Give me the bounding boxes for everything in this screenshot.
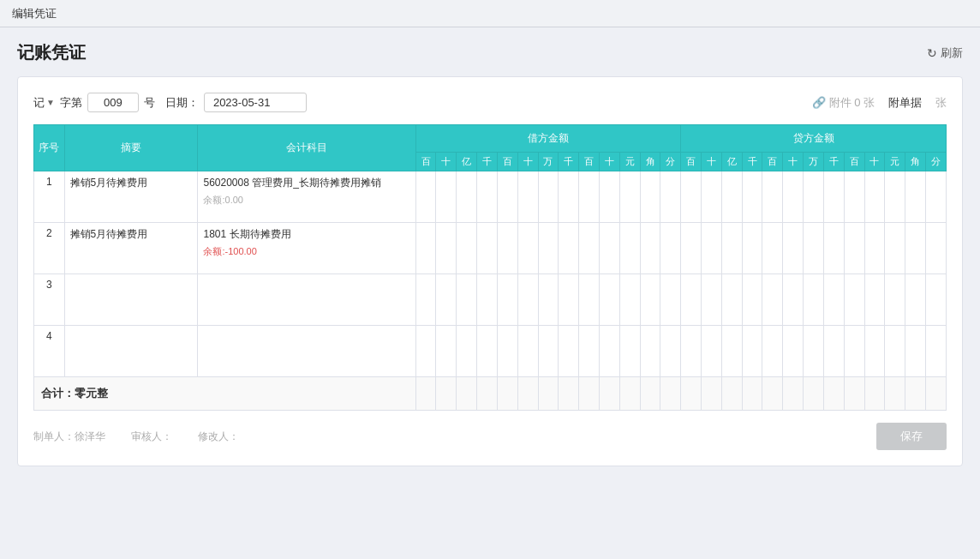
- row-2-credit-11[interactable]: [905, 274, 926, 326]
- row-2-debit-12[interactable]: [660, 274, 681, 326]
- row-0-debit-12[interactable]: [660, 171, 681, 223]
- row-0-credit-6[interactable]: [804, 171, 824, 223]
- row-3-credit-10[interactable]: [885, 326, 905, 377]
- row-2-debit-5[interactable]: [517, 274, 538, 326]
- row-2-debit-8[interactable]: [579, 274, 600, 326]
- row-1-debit-2[interactable]: [457, 223, 477, 274]
- row-2-subject[interactable]: [198, 274, 415, 326]
- row-1-credit-6[interactable]: [804, 223, 824, 274]
- zi-input[interactable]: [87, 93, 139, 112]
- row-0-debit-7[interactable]: [559, 171, 579, 223]
- row-0-credit-12[interactable]: [925, 171, 946, 223]
- row-3-debit-8[interactable]: [579, 326, 600, 377]
- row-0-credit-7[interactable]: [823, 171, 844, 223]
- row-1-credit-8[interactable]: [844, 223, 864, 274]
- row-1-debit-9[interactable]: [599, 223, 619, 274]
- row-1-debit-7[interactable]: [559, 223, 579, 274]
- row-1-debit-11[interactable]: [640, 223, 660, 274]
- row-0-debit-6[interactable]: [538, 171, 559, 223]
- row-3-credit-5[interactable]: [783, 326, 804, 377]
- row-0-credit-8[interactable]: [844, 171, 864, 223]
- row-2-debit-4[interactable]: [497, 274, 517, 326]
- row-3-credit-7[interactable]: [823, 326, 844, 377]
- row-1-credit-0[interactable]: [681, 223, 702, 274]
- row-0-summary[interactable]: 摊销5月待摊费用: [64, 171, 198, 223]
- row-0-subject[interactable]: 56020008 管理费用_长期待摊费用摊销余额:0.00: [198, 171, 415, 223]
- row-3-subject[interactable]: [198, 326, 415, 377]
- row-0-credit-0[interactable]: [681, 171, 702, 223]
- row-3-debit-9[interactable]: [599, 326, 619, 377]
- row-3-credit-12[interactable]: [925, 326, 946, 377]
- row-3-debit-6[interactable]: [538, 326, 559, 377]
- row-0-credit-4[interactable]: [762, 171, 783, 223]
- row-3-debit-1[interactable]: [436, 326, 457, 377]
- row-0-debit-11[interactable]: [640, 171, 660, 223]
- row-0-credit-11[interactable]: [905, 171, 926, 223]
- row-2-debit-3[interactable]: [477, 274, 498, 326]
- row-0-debit-5[interactable]: [517, 171, 538, 223]
- row-3-credit-1[interactable]: [702, 326, 722, 377]
- row-3-debit-7[interactable]: [559, 326, 579, 377]
- row-0-credit-2[interactable]: [721, 171, 742, 223]
- row-2-credit-6[interactable]: [804, 274, 824, 326]
- row-1-debit-8[interactable]: [579, 223, 600, 274]
- row-3-debit-12[interactable]: [660, 326, 681, 377]
- row-0-credit-10[interactable]: [885, 171, 905, 223]
- row-0-credit-9[interactable]: [864, 171, 885, 223]
- row-2-debit-6[interactable]: [538, 274, 559, 326]
- attach-link[interactable]: 🔗 附件 0 张: [812, 95, 875, 111]
- row-2-credit-1[interactable]: [702, 274, 722, 326]
- row-0-debit-4[interactable]: [497, 171, 517, 223]
- row-0-debit-10[interactable]: [619, 171, 640, 223]
- row-2-credit-12[interactable]: [925, 274, 946, 326]
- row-0-debit-8[interactable]: [579, 171, 600, 223]
- row-2-debit-10[interactable]: [619, 274, 640, 326]
- date-input[interactable]: [204, 93, 307, 112]
- refresh-button[interactable]: ↻ 刷新: [927, 45, 963, 61]
- row-3-debit-4[interactable]: [497, 326, 517, 377]
- row-1-credit-7[interactable]: [823, 223, 844, 274]
- row-3-credit-6[interactable]: [804, 326, 824, 377]
- row-3-credit-0[interactable]: [681, 326, 702, 377]
- row-3-debit-2[interactable]: [457, 326, 477, 377]
- row-2-credit-5[interactable]: [783, 274, 804, 326]
- row-2-debit-2[interactable]: [457, 274, 477, 326]
- row-1-debit-5[interactable]: [517, 223, 538, 274]
- row-0-debit-3[interactable]: [477, 171, 498, 223]
- row-2-credit-0[interactable]: [681, 274, 702, 326]
- row-0-debit-9[interactable]: [599, 171, 619, 223]
- row-3-credit-3[interactable]: [742, 326, 762, 377]
- row-1-debit-3[interactable]: [477, 223, 498, 274]
- row-2-credit-10[interactable]: [885, 274, 905, 326]
- row-3-debit-3[interactable]: [477, 326, 498, 377]
- row-2-debit-0[interactable]: [415, 274, 436, 326]
- row-2-summary[interactable]: [64, 274, 198, 326]
- row-1-credit-3[interactable]: [742, 223, 762, 274]
- row-1-credit-2[interactable]: [721, 223, 742, 274]
- row-0-credit-1[interactable]: [702, 171, 722, 223]
- row-2-credit-8[interactable]: [844, 274, 864, 326]
- row-3-debit-11[interactable]: [640, 326, 660, 377]
- ji-select[interactable]: 记 ▼: [33, 95, 55, 111]
- row-1-subject[interactable]: 1801 长期待摊费用余额:-100.00: [198, 223, 415, 274]
- row-1-credit-12[interactable]: [925, 223, 946, 274]
- row-0-debit-2[interactable]: [457, 171, 477, 223]
- row-3-debit-10[interactable]: [619, 326, 640, 377]
- row-2-debit-7[interactable]: [559, 274, 579, 326]
- row-0-debit-1[interactable]: [436, 171, 457, 223]
- row-2-debit-1[interactable]: [436, 274, 457, 326]
- row-2-credit-4[interactable]: [762, 274, 783, 326]
- row-1-debit-1[interactable]: [436, 223, 457, 274]
- row-1-credit-10[interactable]: [885, 223, 905, 274]
- row-3-debit-5[interactable]: [517, 326, 538, 377]
- row-1-credit-1[interactable]: [702, 223, 722, 274]
- save-button[interactable]: 保存: [876, 423, 947, 450]
- row-1-debit-12[interactable]: [660, 223, 681, 274]
- row-3-credit-2[interactable]: [721, 326, 742, 377]
- row-0-credit-3[interactable]: [742, 171, 762, 223]
- row-1-credit-4[interactable]: [762, 223, 783, 274]
- row-3-debit-0[interactable]: [415, 326, 436, 377]
- row-1-credit-11[interactable]: [905, 223, 926, 274]
- row-1-debit-0[interactable]: [415, 223, 436, 274]
- row-1-debit-10[interactable]: [619, 223, 640, 274]
